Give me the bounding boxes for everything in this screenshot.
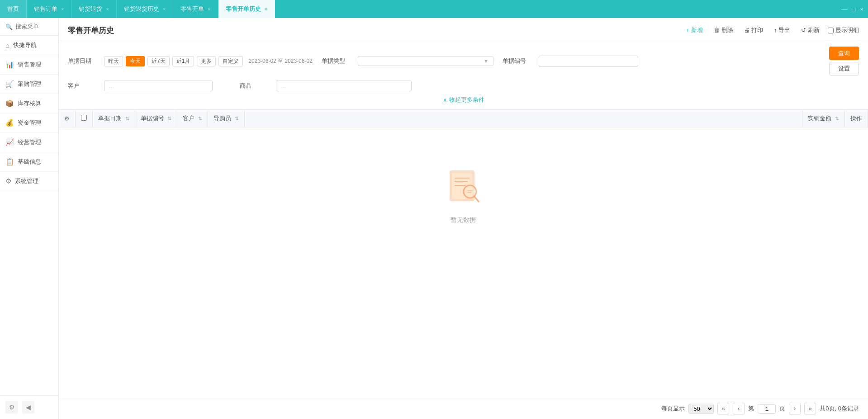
- sidebar-settings-btn[interactable]: ⚙: [5, 401, 18, 414]
- search-icon: 🔍: [5, 24, 13, 30]
- window-min-btn[interactable]: —: [842, 6, 848, 13]
- print-button[interactable]: 🖨 打印: [741, 24, 766, 36]
- sidebar-item-operations[interactable]: 📈 经营管理: [0, 133, 58, 152]
- svg-point-6: [465, 187, 474, 196]
- sidebar-item-sys-mgmt[interactable]: ⚙ 系统管理: [0, 172, 58, 191]
- col-customer[interactable]: 客户 ⇅: [177, 110, 208, 127]
- col-amount[interactable]: 实销金额 ⇅: [802, 110, 845, 127]
- next-page-btn[interactable]: ›: [789, 403, 801, 414]
- tab-sales-order[interactable]: 销售订单 ×: [27, 0, 71, 18]
- close-tab-sales-order[interactable]: ×: [61, 6, 64, 12]
- sidebar-item-sales-mgmt[interactable]: 📊 销售管理: [0, 55, 58, 75]
- close-tab-retail-open-history[interactable]: ×: [265, 6, 267, 12]
- date-btn-today[interactable]: 今天: [126, 56, 145, 66]
- close-tab-sales-return[interactable]: ×: [106, 6, 109, 12]
- first-page-btn[interactable]: «: [717, 403, 729, 414]
- doc-number-input[interactable]: [539, 56, 638, 67]
- refresh-button[interactable]: ↺ 刷新: [798, 24, 822, 36]
- money-icon: 💰: [5, 119, 14, 127]
- date-btn-yesterday[interactable]: 昨天: [104, 56, 123, 66]
- sidebar-item-quick-nav[interactable]: ⌂ 快捷导航: [0, 36, 58, 55]
- col-spacer: [244, 110, 802, 127]
- cart-icon: 🛒: [5, 80, 14, 88]
- main-layout: 🔍 搜索采单 ⌂ 快捷导航 📊 销售管理 🛒 采购管理 📦 库存核算 💰 资金管…: [0, 18, 868, 419]
- toolbar: + 新增 🗑 删除 🖨 打印 ↑ 导出 ↺ 刷新 显示明细: [683, 24, 859, 36]
- pagination-bar: 每页显示 50 10 20 100 « ‹ 第 页 › » 共0页, 0条记录: [59, 398, 868, 419]
- tab-retail-open-history[interactable]: 零售开单历史 ×: [218, 0, 275, 18]
- box-icon: 📦: [5, 99, 14, 108]
- operations-icon: 📈: [5, 138, 14, 146]
- settings-icon[interactable]: ⚙: [64, 115, 70, 122]
- prev-page-btn[interactable]: ‹: [733, 403, 745, 414]
- delete-button[interactable]: 🗑 删除: [711, 24, 736, 36]
- date-btn-last7[interactable]: 近7天: [147, 56, 170, 66]
- col-date[interactable]: 单据日期 ⇅: [93, 110, 135, 127]
- date-btn-custom[interactable]: 自定义: [218, 56, 243, 66]
- filter-row-1: 单据日期 昨天 今天 近7天 近1月 更多 自定义 2023-06-02 至 2…: [68, 47, 859, 75]
- select-all-checkbox[interactable]: [81, 115, 87, 121]
- tab-retail-open[interactable]: 零售开单 ×: [173, 0, 218, 18]
- query-button[interactable]: 查询: [829, 47, 859, 60]
- date-btn-more[interactable]: 更多: [197, 56, 216, 66]
- customer-input[interactable]: ...: [104, 80, 213, 91]
- close-tab-retail-open[interactable]: ×: [208, 6, 210, 12]
- empty-text: 暂无数据: [451, 216, 476, 224]
- tab-sales-return-history[interactable]: 销货退货历史 ×: [117, 0, 173, 18]
- content-area: 零售开单历史 + 新增 🗑 删除 🖨 打印 ↑ 导出 ↺ 刷新 显示明细 单据日…: [59, 18, 868, 419]
- action-buttons: 查询 设置: [829, 47, 859, 75]
- page-number-input[interactable]: [758, 404, 776, 414]
- window-controls: — □ ×: [842, 0, 868, 18]
- sidebar: 🔍 搜索采单 ⌂ 快捷导航 📊 销售管理 🛒 采购管理 📦 库存核算 💰 资金管…: [0, 18, 59, 419]
- settings-button[interactable]: 设置: [829, 62, 859, 75]
- customer-label: 客户: [68, 82, 95, 90]
- customer-placeholder: ...: [109, 82, 114, 89]
- chevron-down-icon: ▼: [484, 58, 489, 64]
- date-filter-buttons: 昨天 今天 近7天 近1月 更多 自定义 2023-06-02 至 2023-0…: [104, 56, 313, 66]
- sort-customer-icon: ⇅: [198, 116, 202, 121]
- table-area: ⚙ 单据日期 ⇅ 单据编号 ⇅: [59, 110, 868, 398]
- last-page-btn[interactable]: »: [804, 403, 816, 414]
- gear-icon: ⚙: [9, 404, 15, 411]
- col-check[interactable]: [76, 110, 93, 127]
- show-detail-checkbox-label[interactable]: 显示明细: [828, 26, 859, 34]
- doc-type-select[interactable]: ▼: [358, 56, 493, 66]
- sys-icon: ⚙: [5, 177, 11, 185]
- window-close-btn[interactable]: ×: [860, 6, 863, 13]
- sort-amount-icon: ⇅: [835, 116, 839, 121]
- page-size-select[interactable]: 50 10 20 100: [688, 404, 714, 414]
- collapse-icon: ∧: [443, 97, 447, 104]
- col-number[interactable]: 单据编号 ⇅: [135, 110, 177, 127]
- sort-number-icon: ⇅: [167, 116, 171, 121]
- empty-illustration: [441, 164, 486, 209]
- total-text: 共0页, 0条记录: [820, 405, 859, 413]
- page-title: 零售开单历史: [68, 25, 114, 36]
- svg-line-7: [474, 197, 479, 202]
- goods-placeholder: ...: [281, 82, 286, 89]
- filter-area: 单据日期 昨天 今天 近7天 近1月 更多 自定义 2023-06-02 至 2…: [59, 41, 868, 110]
- goods-input[interactable]: ...: [276, 80, 412, 91]
- tab-home[interactable]: 首页: [0, 0, 27, 18]
- tab-sales-return[interactable]: 销货退货 ×: [71, 0, 116, 18]
- collapse-more-btn[interactable]: ∧ 收起更多条件: [68, 96, 859, 104]
- sidebar-item-base-info[interactable]: 📋 基础信息: [0, 152, 58, 172]
- data-table: ⚙ 单据日期 ⇅ 单据编号 ⇅: [59, 110, 868, 260]
- sidebar-search[interactable]: 🔍 搜索采单: [0, 18, 58, 36]
- window-max-btn[interactable]: □: [852, 6, 856, 13]
- close-tab-sales-return-history[interactable]: ×: [163, 6, 166, 12]
- export-button[interactable]: ↑ 导出: [771, 24, 793, 36]
- doc-number-label: 单据编号: [503, 57, 530, 65]
- show-detail-checkbox[interactable]: [828, 28, 834, 33]
- add-button[interactable]: + 新增: [683, 24, 706, 36]
- sidebar-collapse-btn[interactable]: ◀: [22, 401, 34, 414]
- goods-label: 商品: [240, 82, 267, 90]
- col-settings[interactable]: ⚙: [59, 110, 76, 127]
- chart-icon: 📊: [5, 61, 14, 69]
- collapse-icon: ◀: [26, 404, 31, 411]
- sidebar-item-purchase-mgmt[interactable]: 🛒 采购管理: [0, 75, 58, 94]
- sort-guide-icon: ⇅: [235, 116, 239, 121]
- col-guide[interactable]: 导购员 ⇅: [208, 110, 244, 127]
- date-btn-last1m[interactable]: 近1月: [172, 56, 194, 66]
- home-icon: ⌂: [5, 42, 9, 49]
- sidebar-item-finance[interactable]: 💰 资金管理: [0, 113, 58, 133]
- sidebar-item-inventory[interactable]: 📦 库存核算: [0, 94, 58, 113]
